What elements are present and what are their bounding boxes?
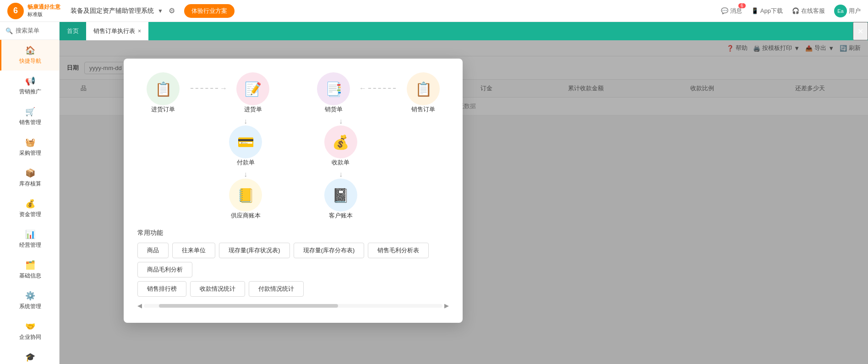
scroll-left-icon[interactable]: ◀ [137, 302, 142, 309]
tabs-bar: 首页 销售订单执行表 × ✕ [60, 22, 868, 40]
sidebar-item-purchase[interactable]: 🧺 采购管理 [0, 132, 59, 163]
func-btn-sales-margin[interactable]: 销售毛利分析表 [368, 243, 429, 258]
flow-label-customer-ledger: 客户账本 [329, 212, 353, 220]
tab-close-btn[interactable]: × [138, 28, 141, 34]
flow-node-supplier-ledger[interactable]: 📒 [229, 179, 262, 212]
flow-label-supplier-ledger: 供应商账本 [231, 212, 261, 220]
flow-label-payment-bill: 付款单 [237, 158, 255, 167]
system-title-area: 装备及固定资产辅助管理系统 ▼ ⚙ 体验行业方案 [71, 4, 235, 18]
search-icon: 🔍 [5, 27, 13, 34]
flow-label-sales-bill: 销货单 [325, 105, 343, 114]
service-icon: 🎧 [792, 7, 799, 14]
sidebar-item-quick-nav[interactable]: 🏠 快捷导航 [0, 40, 59, 71]
search-menu-btn[interactable]: 🔍 搜索菜单 [0, 22, 59, 40]
flow-node-sales-order[interactable]: 📋 [407, 72, 440, 105]
inventory-icon: 📦 [25, 168, 35, 178]
online-service-btn[interactable]: 🎧 在线客服 [792, 7, 825, 15]
sidebar-item-marketing[interactable]: 📢 营销推广 [0, 71, 59, 101]
sidebar-item-operations[interactable]: 📊 经营管理 [0, 224, 59, 255]
app-download-icon: 📱 [751, 7, 759, 14]
modal-scrollbar[interactable] [144, 304, 442, 308]
common-functions: 常用功能 商品 往来单位 现存量(库存状况表) 现存量(库存分布表) 销售毛利分… [137, 229, 449, 297]
search-menu-label: 搜索菜单 [16, 27, 39, 35]
func-btn-inventory-status[interactable]: 现存量(库存状况表) [219, 243, 290, 258]
app-download-label: App下载 [760, 7, 783, 15]
func-btn-product-margin[interactable]: 商品毛利分析 [137, 262, 192, 277]
tab-home[interactable]: 首页 [60, 22, 86, 40]
flow-node-purchase-order[interactable]: 📋 [147, 72, 180, 105]
sidebar-item-label: 资金管理 [19, 211, 41, 218]
content-area: 首页 销售订单执行表 × ✕ ❓ 帮助 🖨️ 按模板打印 ▼ [60, 22, 868, 364]
func-buttons-row1: 商品 往来单位 现存量(库存状况表) 现存量(库存分布表) 销售毛利分析表 商品… [137, 243, 449, 277]
func-buttons-row2: 销售排行榜 收款情况统计 付款情况统计 [137, 281, 449, 297]
user-label: 用户 [849, 7, 861, 15]
sidebar: 🔍 搜索菜单 🏠 快捷导航 📢 营销推广 🛒 销售管理 🧺 采购管理 📦 库存核… [0, 22, 60, 364]
settings-icon-btn[interactable]: ⚙ [169, 6, 175, 15]
sidebar-item-label: 基础信息 [19, 272, 41, 280]
message-btn[interactable]: 💬 消息 6 [721, 7, 742, 15]
sidebar-item-basic-info[interactable]: 🗂️ 基础信息 [0, 255, 59, 285]
app-download-btn[interactable]: 📱 App下载 [751, 7, 783, 15]
quick-nav-icon: 🏠 [25, 45, 35, 55]
brand-name: 畅康通好生意 [27, 3, 60, 11]
logo-text: 畅康通好生意 标准版 [27, 3, 60, 18]
flow-node-receipt-bill[interactable]: 💰 [324, 125, 357, 158]
sidebar-item-label: 企业协同 [19, 333, 41, 341]
operations-icon: 📊 [25, 229, 35, 239]
flow-label-receipt-bill: 收款单 [332, 158, 349, 167]
sidebar-item-label: 经营管理 [19, 241, 41, 249]
finance-icon: 💰 [25, 199, 35, 209]
sales-icon: 🛒 [25, 107, 35, 117]
func-btn-sales-rank[interactable]: 销售排行榜 [137, 281, 186, 297]
scroll-right-icon[interactable]: ▶ [444, 302, 449, 309]
tab-home-label: 首页 [67, 27, 79, 35]
common-functions-title: 常用功能 [137, 229, 449, 237]
flow-label-purchase-order: 进货订单 [151, 105, 175, 114]
modal-overlay[interactable]: 📋 进货订单 → 📝 [60, 40, 868, 364]
func-btn-partners[interactable]: 往来单位 [172, 243, 215, 258]
system-icon: ⚙️ [25, 291, 35, 301]
sidebar-item-label: 营销推广 [19, 88, 41, 96]
modal-scrollbar-area: ◀ ▶ [137, 302, 449, 309]
func-btn-receipt-stats[interactable]: 收款情况统计 [190, 281, 245, 297]
header-right: 💬 消息 6 📱 App下载 🎧 在线客服 Ea 用户 [721, 5, 861, 17]
main-layout: 🔍 搜索菜单 🏠 快捷导航 📢 营销推广 🛒 销售管理 🧺 采购管理 📦 库存核… [0, 22, 868, 364]
experience-btn[interactable]: 体验行业方案 [184, 4, 235, 18]
flow-label-sales-order: 销售订单 [411, 105, 435, 114]
flow-node-sales-bill[interactable]: 📑 [317, 72, 350, 105]
sidebar-item-enterprise[interactable]: 🤝 企业协同 [0, 316, 59, 347]
user-area[interactable]: Ea 用户 [834, 5, 861, 17]
sidebar-item-label: 快捷导航 [19, 57, 41, 65]
flow-node-payment-bill[interactable]: 💳 [229, 125, 262, 158]
flow-node-purchase-bill[interactable]: 📝 [236, 72, 269, 105]
online-service-label: 在线客服 [801, 7, 825, 15]
sidebar-item-finance[interactable]: 💰 资金管理 [0, 193, 59, 224]
purchase-icon: 🧺 [25, 137, 35, 147]
system-dropdown-btn[interactable]: ▼ [158, 8, 163, 14]
sidebar-item-sales[interactable]: 🛒 销售管理 [0, 101, 59, 132]
page-content: ❓ 帮助 🖨️ 按模板打印 ▼ 📤 导出 ▼ 🔄 刷新 [60, 40, 868, 364]
flow-node-customer-ledger[interactable]: 📓 [324, 179, 357, 212]
brand-sub: 标准版 [27, 11, 60, 18]
message-badge: 6 [738, 3, 746, 8]
system-title-text: 装备及固定资产辅助管理系统 [71, 7, 154, 15]
sidebar-item-label: 采购管理 [19, 149, 41, 157]
new-user-icon: 🎓 [25, 352, 35, 362]
message-icon: 💬 [721, 7, 728, 14]
sidebar-item-system[interactable]: ⚙️ 系统管理 [0, 285, 59, 316]
sidebar-item-new-user[interactable]: 🎓 新手引导 [0, 347, 59, 364]
sidebar-item-label: 库存核算 [19, 180, 41, 188]
enterprise-icon: 🤝 [25, 321, 35, 331]
func-btn-inventory-dist[interactable]: 现存量(库存分布表) [294, 243, 365, 258]
close-all-tabs-btn[interactable]: ✕ [853, 22, 868, 40]
modal-scroll-thumb[interactable] [159, 304, 338, 308]
sidebar-item-inventory[interactable]: 📦 库存核算 [0, 163, 59, 193]
func-btn-payment-stats[interactable]: 付款情况统计 [249, 281, 304, 297]
func-btn-product[interactable]: 商品 [137, 243, 169, 258]
modal-box: 📋 进货订单 → 📝 [124, 59, 463, 323]
flow-label-purchase-bill: 进货单 [244, 105, 262, 114]
tab-sales-order-label: 销售订单执行表 [93, 27, 135, 35]
sidebar-item-label: 系统管理 [19, 303, 41, 310]
tab-sales-order[interactable]: 销售订单执行表 × [86, 22, 148, 40]
avatar: Ea [834, 5, 847, 17]
